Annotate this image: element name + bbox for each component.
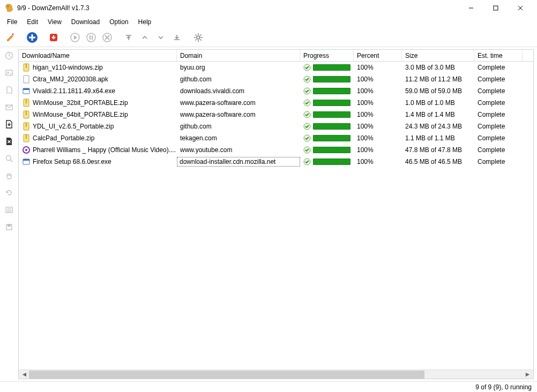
download-button[interactable] (46, 30, 61, 45)
sidebar-file-cancel-icon[interactable] (4, 136, 14, 147)
file-name: WinMouse_32bit_PORTABLE.zip (33, 99, 128, 107)
col-domain[interactable]: Domain (177, 50, 300, 61)
horizontal-scrollbar[interactable]: ◄ ► (19, 370, 533, 379)
scroll-thumb[interactable] (29, 371, 424, 379)
svg-point-31 (6, 156, 11, 161)
col-name[interactable]: Download/Name (19, 50, 177, 61)
table-row[interactable]: Firefox Setup 68.6.0esr.exedownload-inst… (19, 156, 533, 168)
sidebar-doc-icon[interactable] (4, 85, 14, 95)
cell-name: Pharrell Williams _ Happy (Official Musi… (19, 145, 177, 155)
table-row[interactable]: CalcPad_Portable.ziptekagen.com100%1.1 M… (19, 132, 533, 144)
settings-button[interactable] (191, 30, 206, 45)
col-est[interactable]: Est. time (474, 50, 523, 61)
file-name: Firefox Setup 68.6.0esr.exe (33, 158, 111, 165)
svg-rect-45 (23, 88, 29, 90)
svg-rect-57 (26, 134, 27, 139)
check-icon (303, 123, 311, 130)
menu-edit[interactable]: Edit (22, 17, 43, 27)
cell-progress (300, 63, 354, 72)
menu-file[interactable]: File (2, 17, 22, 27)
close-button[interactable] (508, 0, 533, 16)
check-icon (303, 99, 311, 107)
file-icon (22, 75, 31, 84)
cell-name: Firefox Setup 68.6.0esr.exe (19, 156, 177, 167)
move-top-button[interactable] (121, 30, 136, 45)
progress-bar (313, 123, 350, 130)
cell-name: higan_v110-windows.zip (19, 62, 177, 73)
sidebar-search-icon[interactable] (4, 153, 14, 164)
table-row[interactable]: WinMouse_64bit_PORTABLE.zipwww.pazera-so… (19, 109, 533, 120)
menu-download[interactable]: Download (66, 17, 105, 27)
col-size[interactable]: Size (402, 50, 474, 61)
check-icon (303, 146, 311, 154)
table-row[interactable]: higan_v110-windows.zipbyuu.org100%3.0 MB… (19, 62, 533, 73)
cell-est: Complete (474, 122, 523, 131)
cell-progress (300, 157, 354, 167)
play-button[interactable] (68, 30, 83, 45)
add-button[interactable] (25, 30, 40, 45)
sidebar-plugin-icon[interactable] (4, 170, 14, 181)
svg-line-26 (200, 34, 202, 35)
move-up-button[interactable] (137, 30, 152, 45)
table-row[interactable]: WinMouse_32bit_PORTABLE.zipwww.pazera-so… (19, 97, 533, 109)
svg-rect-7 (29, 36, 35, 38)
cell-progress (300, 86, 354, 96)
menubar: File Edit View Download Option Help (0, 16, 537, 28)
sidebar-clock-icon[interactable] (4, 50, 14, 61)
svg-rect-48 (26, 99, 27, 103)
cell-percent: 100% (354, 86, 402, 96)
cell-name: Vivaldi.2.11.1811.49.x64.exe (19, 86, 177, 96)
cell-est: Complete (474, 74, 523, 84)
wizard-icon[interactable] (3, 30, 18, 45)
download-list: Download/Name Domain Progress Percent Si… (18, 49, 534, 379)
move-down-button[interactable] (153, 30, 168, 45)
statusbar: 9 of 9 (9), 0 running (0, 381, 537, 392)
cell-size: 11.2 MB of 11.2 MB (402, 74, 474, 84)
table-row[interactable]: YDL_UI_v2.6.5_Portable.zipgithub.com100%… (19, 120, 533, 132)
sidebar-save-icon[interactable] (4, 222, 14, 232)
check-icon (303, 87, 311, 95)
cell-percent: 100% (354, 74, 402, 84)
cell-est: Complete (474, 110, 523, 119)
maximize-button[interactable] (483, 0, 508, 16)
sidebar-mail-icon[interactable] (4, 102, 14, 112)
col-percent[interactable]: Percent (354, 50, 402, 61)
scroll-right-icon[interactable]: ► (523, 371, 532, 379)
check-icon (303, 111, 311, 118)
cell-domain: github.com (177, 74, 300, 84)
file-name: Citra_MMJ_20200308.apk (33, 76, 108, 83)
cell-size: 1.0 MB of 1.0 MB (402, 98, 474, 108)
sidebar-list-icon[interactable] (4, 205, 14, 215)
table-row[interactable]: Vivaldi.2.11.1811.49.x64.exedownloads.vi… (19, 85, 533, 97)
titlebar: 9/9 - DownZemAll! v1.7.3 (0, 0, 537, 16)
col-progress[interactable]: Progress (300, 50, 354, 61)
scroll-left-icon[interactable]: ◄ (20, 371, 29, 379)
file-name: Vivaldi.2.11.1811.49.x64.exe (33, 87, 115, 95)
app-icon (4, 3, 14, 13)
sidebar-image-icon[interactable] (4, 67, 14, 78)
pause-button[interactable] (84, 30, 99, 45)
sidebar-refresh-icon[interactable] (4, 187, 14, 198)
cell-domain: byuu.org (177, 63, 300, 72)
move-bottom-button[interactable] (169, 30, 184, 45)
table-row[interactable]: Pharrell Williams _ Happy (Official Musi… (19, 144, 533, 156)
cell-progress (300, 110, 354, 119)
cell-progress (300, 122, 354, 131)
menu-option[interactable]: Option (105, 17, 133, 27)
stop-button[interactable] (100, 30, 115, 45)
svg-rect-63 (23, 159, 29, 161)
menu-help[interactable]: Help (133, 17, 156, 27)
file-icon (22, 157, 31, 166)
cell-size: 46.5 MB of 46.5 MB (402, 157, 474, 167)
menu-view[interactable]: View (43, 17, 66, 27)
toolbar (0, 28, 537, 47)
cell-domain: download-installer.cdn.mozilla.net (177, 157, 300, 167)
cell-percent: 100% (354, 145, 402, 155)
svg-line-23 (196, 34, 197, 35)
table-body: higan_v110-windows.zipbyuu.org100%3.0 MB… (19, 62, 533, 370)
svg-rect-42 (24, 76, 29, 83)
minimize-button[interactable] (459, 0, 483, 16)
table-row[interactable]: Citra_MMJ_20200308.apkgithub.com100%11.2… (19, 73, 533, 85)
cell-size: 24.3 MB of 24.3 MB (402, 122, 474, 131)
sidebar-file-down-icon[interactable] (4, 119, 14, 130)
